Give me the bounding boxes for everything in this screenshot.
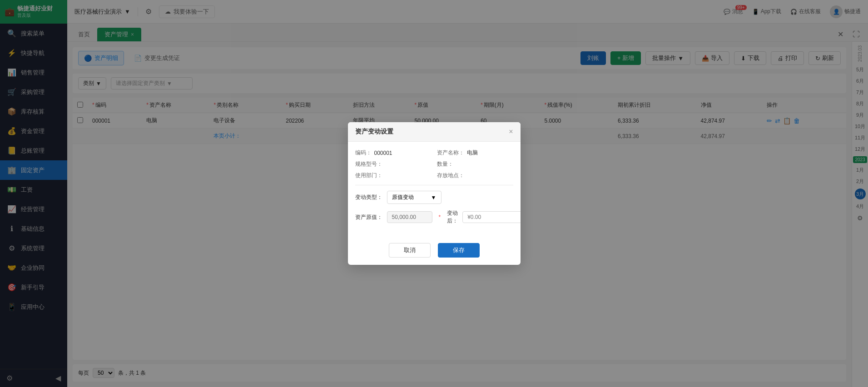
modal-location-item: 存放地点： bbox=[437, 172, 513, 179]
modal-qty-label: 数量： bbox=[437, 160, 453, 168]
modal-dept-label: 使用部门： bbox=[355, 172, 382, 179]
modal-dept-item: 使用部门： bbox=[355, 172, 432, 179]
modal-spec-label: 规格型号： bbox=[355, 160, 382, 168]
modal-original-value-label: 资产原值： bbox=[355, 213, 382, 221]
modal-overlay: 资产变动设置 × 编码： 000001 资产名称： 电脑 规格型号： 数 bbox=[0, 0, 868, 387]
asset-change-modal: 资产变动设置 × 编码： 000001 资产名称： 电脑 规格型号： 数 bbox=[348, 122, 521, 265]
modal-required-mark: * bbox=[439, 214, 441, 220]
modal-cancel-button[interactable]: 取消 bbox=[389, 243, 431, 258]
modal-title: 资产变动设置 bbox=[355, 128, 393, 136]
modal-spec-item: 规格型号： bbox=[355, 160, 432, 168]
modal-after-label: 变动后： bbox=[447, 209, 458, 225]
modal-code-label: 编码： bbox=[355, 149, 372, 157]
modal-close-icon[interactable]: × bbox=[509, 128, 513, 136]
modal-body: 编码： 000001 资产名称： 电脑 规格型号： 数量： 使用部门： bbox=[348, 142, 521, 238]
modal-change-type-select[interactable]: 原值变动 ▼ bbox=[387, 191, 441, 204]
modal-footer: 取消 保存 bbox=[348, 238, 521, 265]
modal-original-value-input bbox=[387, 211, 432, 223]
modal-info-grid: 编码： 000001 资产名称： 电脑 规格型号： 数量： 使用部门： bbox=[355, 149, 513, 185]
modal-change-type-value: 原值变动 bbox=[392, 194, 414, 201]
modal-name-value: 电脑 bbox=[467, 149, 478, 157]
modal-after-input[interactable] bbox=[462, 211, 520, 223]
modal-header: 资产变动设置 × bbox=[348, 122, 521, 142]
modal-name-item: 资产名称： 电脑 bbox=[437, 149, 513, 157]
modal-name-label: 资产名称： bbox=[437, 149, 464, 157]
change-type-dropdown-icon: ▼ bbox=[431, 194, 436, 201]
modal-location-label: 存放地点： bbox=[437, 172, 464, 179]
modal-code-value: 000001 bbox=[374, 150, 392, 156]
modal-change-type-label: 变动类型： bbox=[355, 194, 382, 201]
modal-change-type-row: 变动类型： 原值变动 ▼ bbox=[355, 191, 513, 204]
modal-qty-item: 数量： bbox=[437, 160, 513, 168]
modal-save-button[interactable]: 保存 bbox=[438, 243, 480, 258]
modal-value-row: 资产原值： * 变动后： bbox=[355, 209, 513, 225]
modal-code-item: 编码： 000001 bbox=[355, 149, 432, 157]
